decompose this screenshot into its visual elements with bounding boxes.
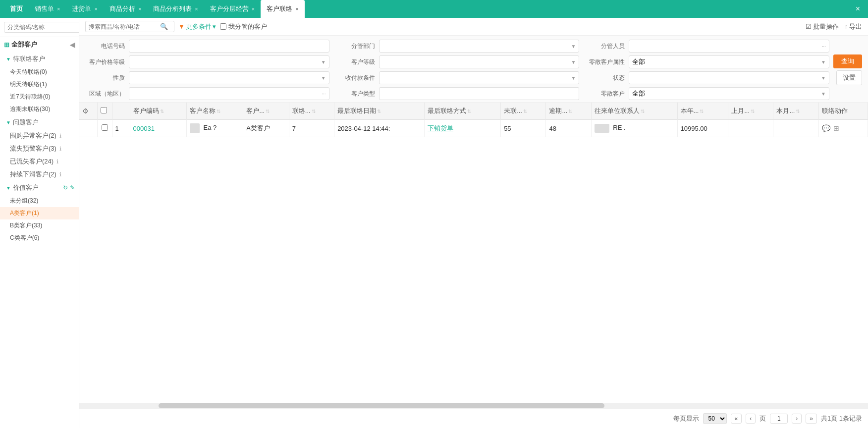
customer-level-select[interactable]: ▼ — [379, 55, 580, 68]
sidebar-item-today[interactable]: 今天待联络(0) — [0, 66, 79, 78]
horizontal-scrollbar[interactable] — [79, 403, 868, 409]
row-last-date: 2023-04-12 14:44: — [334, 120, 425, 137]
col-contact-header[interactable]: 联络...⇅ — [289, 103, 334, 120]
qr-icon[interactable]: ⊞ — [833, 124, 839, 132]
status-select[interactable]: ▼ — [629, 71, 829, 84]
col-overdue-header[interactable]: 逾期...⇅ — [546, 103, 591, 120]
main-search-icon[interactable]: 🔍 — [160, 23, 168, 30]
nav-tab-customer-contact[interactable]: 客户联络 × — [261, 0, 304, 18]
row-gear — [79, 120, 97, 137]
nav-tab-purchase[interactable]: 进货单 × — [66, 0, 103, 18]
payment-select[interactable]: ▼ — [379, 71, 580, 84]
close-analysis-list-tab[interactable]: × — [195, 6, 198, 12]
filter-price-level: 客户价格等级 ▼ — [85, 55, 329, 68]
sidebar-group-problem[interactable]: ▼ 问题客户 — [0, 115, 79, 129]
sidebar-item-warning[interactable]: 流失预警客户(3) ℹ — [0, 142, 79, 155]
col-code-header[interactable]: 客户编码⇅ — [130, 103, 186, 120]
sort-year-icon: ⇅ — [700, 108, 704, 114]
chat-icon[interactable]: 💬 — [822, 124, 830, 132]
col-type-header[interactable]: 客户...⇅ — [243, 103, 289, 120]
nature-select[interactable]: ▼ — [129, 71, 329, 84]
edit-icon[interactable]: ✎ — [70, 184, 75, 191]
sort-uncontacted-icon: ⇅ — [523, 108, 527, 114]
sidebar: 🔍 ⊞ 全部客户 ◀ ▼ 待联络客户 今天待联络(0) 明天待联络(1) 近7天… — [0, 18, 79, 428]
close-purchase-tab[interactable]: × — [94, 6, 97, 12]
sort-tmonth-icon: ⇅ — [796, 108, 800, 114]
cust-type-select[interactable] — [379, 87, 580, 100]
sort-code-icon: ⇅ — [160, 108, 164, 114]
nav-tab-sales[interactable]: 销售单 × — [29, 0, 66, 18]
scatter-attr-select[interactable]: 全部▼ — [629, 55, 829, 68]
close-segment-tab[interactable]: × — [252, 6, 255, 12]
col-uncontacted-header[interactable]: 未联...⇅ — [501, 103, 546, 120]
sidebar-item-abnormal[interactable]: 囤购异常客户(2) ℹ — [0, 129, 79, 142]
sort-name-icon: ⇅ — [217, 108, 220, 114]
row-unit-contact: RE . — [591, 120, 677, 137]
page-size-select[interactable]: 50 — [703, 413, 727, 424]
col-last-date-header[interactable]: 最后联络日期⇅ — [334, 103, 425, 120]
sidebar-item-declining[interactable]: 持续下滑客户(2) ℹ — [0, 168, 79, 181]
sidebar-item-overdue[interactable]: 逾期未联络(30) — [0, 103, 79, 115]
more-filters-btn[interactable]: ▼ 更多条件 ▾ — [178, 22, 216, 31]
filter-nature: 性质 ▼ — [85, 71, 329, 84]
main-search-input[interactable] — [89, 23, 158, 30]
row-last-method[interactable]: 下销货单 — [425, 120, 501, 137]
col-last-month-header[interactable]: 上月...⇅ — [728, 103, 773, 120]
first-page-btn[interactable]: « — [731, 414, 742, 424]
sidebar-item-lost[interactable]: 已流失客户(24) ℹ — [0, 155, 79, 168]
all-customers-section[interactable]: ⊞ 全部客户 ◀ — [0, 37, 79, 52]
arrow-icon-3: ▼ — [6, 185, 11, 191]
sort-unit-icon: ⇅ — [641, 108, 645, 114]
scatter-cust-select[interactable]: 全部▼ — [629, 87, 829, 100]
nav-tab-analysis-list[interactable]: 商品分析列表 × — [147, 0, 204, 18]
export-btn[interactable]: ↑ 导出 — [845, 22, 863, 31]
table-row: 1 000031 Ea ? A类客户 7 2023-04-12 14:44: 下… — [79, 120, 868, 137]
col-last-method-header[interactable]: 最后联络方式⇅ — [425, 103, 501, 120]
settings-button[interactable]: 设置 — [836, 70, 862, 85]
sidebar-collapse-btn[interactable]: ◀ — [70, 41, 75, 49]
row-seq: 1 — [112, 120, 130, 137]
sidebar-item-7days[interactable]: 近7天待联络(0) — [0, 91, 79, 103]
sidebar-search-input[interactable] — [4, 22, 79, 33]
region-select[interactable]: ··· — [129, 87, 329, 100]
sidebar-item-c-class[interactable]: C类客户(6) — [0, 232, 79, 244]
nav-tab-analysis[interactable]: 商品分析 × — [104, 0, 147, 18]
row-code[interactable]: 000031 — [130, 120, 186, 137]
filter-region: 区域（地区） ··· — [85, 87, 329, 100]
row-select-checkbox[interactable] — [102, 124, 108, 131]
col-unit-contact-header[interactable]: 往来单位联系人⇅ — [591, 103, 677, 120]
sidebar-item-a-class[interactable]: A类客户(1) — [0, 207, 79, 219]
col-name-header[interactable]: 客户名称⇅ — [186, 103, 243, 120]
col-this-year-header[interactable]: 本年...⇅ — [677, 103, 728, 120]
my-customers-checkbox[interactable] — [220, 23, 226, 30]
sidebar-item-ungrouped[interactable]: 未分组(32) — [0, 195, 79, 207]
select-all-checkbox[interactable] — [101, 107, 107, 113]
prev-page-btn[interactable]: ‹ — [746, 414, 756, 424]
filter-payment: 收付款条件 ▼ — [335, 71, 580, 84]
query-button[interactable]: 查询 — [833, 54, 862, 68]
col-this-month-header[interactable]: 本月...⇅ — [773, 103, 818, 120]
nav-home[interactable]: 首页 — [4, 0, 29, 18]
dept-select[interactable]: ▼ — [379, 40, 580, 53]
last-page-btn[interactable]: » — [806, 414, 817, 424]
close-all-tabs[interactable]: × — [852, 4, 864, 13]
col-gear[interactable]: ⚙ — [79, 103, 97, 120]
next-page-btn[interactable]: › — [792, 414, 802, 424]
close-contact-tab[interactable]: × — [295, 6, 298, 12]
gear-icon[interactable]: ⚙ — [82, 107, 89, 115]
page-number-input[interactable] — [770, 414, 788, 424]
sidebar-item-b-class[interactable]: B类客户(33) — [0, 219, 79, 232]
row-uncontacted: 55 — [501, 120, 546, 137]
sidebar-group-value[interactable]: ▼ 价值客户 ↻ ✎ — [0, 181, 79, 195]
batch-op-btn[interactable]: ☑ 批量操作 — [806, 22, 839, 31]
nav-tab-customer-segment[interactable]: 客户分层经营 × — [204, 0, 261, 18]
close-analysis-tab[interactable]: × — [138, 6, 141, 12]
scrollbar-thumb[interactable] — [159, 403, 604, 408]
phone-input[interactable] — [129, 40, 329, 53]
person-select[interactable]: ··· — [629, 40, 829, 53]
sidebar-group-pending[interactable]: ▼ 待联络客户 — [0, 52, 79, 66]
price-level-select[interactable]: ▼ — [129, 55, 329, 68]
close-sales-tab[interactable]: × — [57, 6, 60, 12]
refresh-icon[interactable]: ↻ — [63, 184, 68, 191]
sidebar-item-tomorrow[interactable]: 明天待联络(1) — [0, 78, 79, 91]
